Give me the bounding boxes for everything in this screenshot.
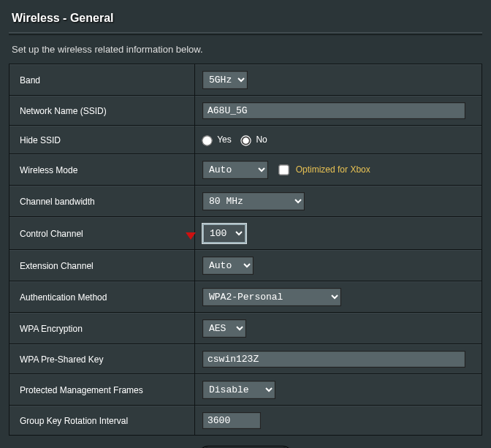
hide-ssid-yes-label[interactable]: Yes bbox=[202, 134, 234, 145]
page-title: Wireless - General bbox=[9, 7, 482, 32]
label-pmf: Protected Management Frames bbox=[9, 374, 194, 405]
label-band: Band bbox=[9, 64, 194, 95]
label-wpa-encryption: WPA Encryption bbox=[9, 313, 194, 343]
extension-channel-select[interactable]: Auto bbox=[202, 257, 254, 275]
settings-table: Band 5GHz Network Name (SSID) Hide SSID … bbox=[9, 64, 482, 436]
divider bbox=[9, 32, 482, 33]
auth-method-select[interactable]: WPA2-Personal bbox=[202, 288, 341, 306]
marker-icon bbox=[186, 232, 196, 240]
label-auth-method: Authentication Method bbox=[9, 281, 194, 312]
divider bbox=[9, 34, 482, 35]
xbox-label: Optimized for Xbox bbox=[296, 164, 370, 175]
page-description: Set up the wireless related information … bbox=[9, 44, 482, 64]
label-wireless-mode: Wireless Mode bbox=[9, 154, 194, 185]
hide-ssid-yes-radio[interactable] bbox=[202, 135, 212, 145]
pmf-select[interactable]: Disable bbox=[202, 381, 275, 399]
psk-input[interactable] bbox=[202, 351, 465, 368]
wpa-encryption-select[interactable]: AES bbox=[202, 319, 246, 338]
gkri-input[interactable] bbox=[202, 412, 261, 429]
hide-ssid-no-label[interactable]: No bbox=[241, 134, 267, 145]
xbox-checkbox[interactable] bbox=[279, 165, 289, 175]
label-ssid: Network Name (SSID) bbox=[9, 96, 194, 125]
control-channel-select[interactable]: 100 bbox=[202, 224, 246, 243]
ssid-input[interactable] bbox=[202, 102, 465, 119]
label-gkri: Group Key Rotation Interval bbox=[9, 406, 194, 435]
label-extension-channel: Extension Channel bbox=[9, 250, 194, 281]
label-psk: WPA Pre-Shared Key bbox=[9, 344, 194, 373]
band-select[interactable]: 5GHz bbox=[202, 71, 248, 89]
channel-bandwidth-select[interactable]: 80 MHz bbox=[202, 192, 305, 210]
label-channel-bandwidth: Channel bandwidth bbox=[9, 186, 194, 216]
wireless-mode-select[interactable]: Auto bbox=[202, 161, 268, 179]
label-hide-ssid: Hide SSID bbox=[9, 126, 194, 153]
hide-ssid-no-radio[interactable] bbox=[240, 135, 251, 145]
label-control-channel: Control Channel bbox=[9, 217, 194, 249]
